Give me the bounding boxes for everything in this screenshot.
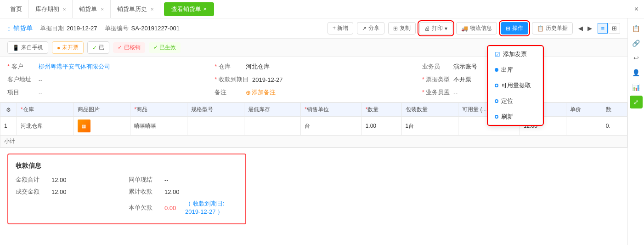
invoice-value: 不开票 xyxy=(453,75,471,84)
history-button[interactable]: 📋 历史单据 xyxy=(532,22,573,34)
tab-inventory-close[interactable]: × xyxy=(63,6,66,12)
available-qty-label: 可用量提取 xyxy=(501,81,531,90)
address-value: -- xyxy=(39,76,43,83)
warehouse-value: 河北仓库 xyxy=(246,63,270,71)
not-opened-button[interactable]: ● 未开票 xyxy=(52,41,84,54)
footer-left: 金额合计 12.00 成交金额 12.00 xyxy=(16,176,125,216)
th-package-qty: 包装数量 xyxy=(401,103,458,117)
logistics-button[interactable]: 🚚 物流信息 xyxy=(456,22,497,34)
from-phone-button[interactable]: 📱 来自手机 xyxy=(7,41,48,54)
th-product: *商品 xyxy=(130,103,187,117)
sidebar-icon-chart[interactable]: 📊 xyxy=(630,81,643,94)
dropdown-add-invoice[interactable]: ☑ 添加发票 xyxy=(488,46,542,62)
customer-label: 客户 xyxy=(7,63,35,71)
this-due-row: 本单欠款 0.00 （ 收款到期日: 2019-12-27 ） xyxy=(129,199,238,216)
check-button[interactable]: ✓ 已 xyxy=(87,41,109,54)
same-order-label: 同单现结 xyxy=(129,176,161,184)
dropdown-refresh[interactable]: 刷新 xyxy=(488,109,542,125)
doc-date-label: 单据日期 xyxy=(40,24,64,33)
note-label: 备注 xyxy=(215,88,242,97)
locate-label: 定位 xyxy=(501,97,513,105)
add-note-button[interactable]: ⊕ 添加备注 xyxy=(246,88,276,97)
window-close-button[interactable]: × xyxy=(634,5,638,13)
operate-dropdown: ☑ 添加发票 出库 可用量提取 定位 刷新 xyxy=(488,46,543,125)
subtotal-row: 小计 xyxy=(0,136,627,148)
add-invoice-label: 添加发票 xyxy=(503,50,527,58)
refresh-icon xyxy=(495,115,498,119)
tab-sales[interactable]: 销货单 × xyxy=(73,0,110,18)
same-order-value: -- xyxy=(164,177,169,183)
tab-sales-close[interactable]: × xyxy=(101,6,103,12)
th-quantity: *数量 xyxy=(362,103,401,117)
footer-info: 收款信息 金额合计 12.00 成交金额 12.00 xyxy=(7,154,246,224)
tab-inventory[interactable]: 库存期初 × xyxy=(29,0,73,18)
nav-next[interactable]: ▶ xyxy=(586,24,594,33)
print-button[interactable]: 🖨 打印 ▾ xyxy=(419,22,452,34)
footer-title: 收款信息 xyxy=(16,162,238,170)
project-label: 项目 xyxy=(7,88,35,97)
td-min-stock xyxy=(244,117,301,136)
voided-icon: ✓ xyxy=(118,44,122,51)
out-stock-label: 出库 xyxy=(501,66,513,74)
th-price: 单价 xyxy=(566,103,602,117)
new-button[interactable]: + 新增 xyxy=(328,22,353,34)
due-date-label: 收款到期日 xyxy=(215,75,249,84)
nav-prev[interactable]: ◀ xyxy=(576,24,585,33)
copy-button-label: 复制 xyxy=(400,24,411,32)
sidebar-icon-document[interactable]: 📋 xyxy=(630,22,643,35)
sidebar-icon-user[interactable]: 👤 xyxy=(630,66,643,79)
footer-grid: 金额合计 12.00 成交金额 12.00 同单现结 -- xyxy=(16,176,238,216)
tab-view-sales-close[interactable]: × xyxy=(203,6,207,12)
subtotal-label: 小计 xyxy=(0,136,627,148)
staff-value: 演示账号 xyxy=(453,63,477,71)
tab-bar: 首页 库存期初 × 销货单 × 销货单历史 × 查看销货单 × × xyxy=(0,0,644,18)
th-settings[interactable]: ⚙ xyxy=(0,103,17,117)
due-date-value: 2019-12-27 xyxy=(252,76,283,83)
effective-icon: ✓ xyxy=(153,44,158,51)
deal-amount-label: 成交金额 xyxy=(16,188,48,196)
customer-value[interactable]: 柳州粤港平安气体有限公司 xyxy=(39,63,110,71)
sidebar-icon-expand[interactable]: ⤢ xyxy=(630,96,643,108)
dropdown-available-qty[interactable]: 可用量提取 xyxy=(488,78,542,93)
this-due-note xyxy=(180,205,181,211)
staff2-label: 业务员孟 xyxy=(422,88,450,97)
td-unit: 台 xyxy=(301,117,362,136)
not-opened-icon: ● xyxy=(57,45,60,51)
deal-amount-value: 12.00 xyxy=(51,188,67,195)
share-button[interactable]: ↗ 分享 xyxy=(357,22,384,34)
doc-title: ↕ 销货单 xyxy=(7,24,33,33)
doc-number-label: 单据编号 xyxy=(105,24,129,33)
print-icon: 🖨 xyxy=(424,25,430,32)
tab-sales-history-label: 销货单历史 xyxy=(117,5,147,13)
tab-sales-label: 销货单 xyxy=(79,5,97,13)
view-btn-list[interactable]: ≡ xyxy=(598,23,608,34)
due-date-value: 2019-12-27 xyxy=(185,208,216,215)
dropdown-out-stock[interactable]: 出库 xyxy=(488,62,542,78)
tab-sales-history-close[interactable]: × xyxy=(151,6,153,12)
tab-home[interactable]: 首页 xyxy=(4,0,29,18)
project-row: 项目 -- xyxy=(7,88,205,97)
dropdown-locate[interactable]: 定位 xyxy=(488,93,542,109)
print-dropdown-icon: ▾ xyxy=(445,25,447,32)
tab-home-label: 首页 xyxy=(10,5,22,13)
add-invoice-icon: ☑ xyxy=(495,51,500,58)
copy-button[interactable]: ⊞ 复制 xyxy=(388,22,416,34)
warehouse-label: 仓库 xyxy=(215,63,242,71)
view-btn-grid[interactable]: ⊞ xyxy=(609,23,620,34)
operate-button[interactable]: ⊞ 操作 xyxy=(501,22,528,34)
copy-icon: ⊞ xyxy=(393,25,398,32)
td-quantity: 1.00 xyxy=(362,117,401,136)
amount-row: 金额合计 12.00 xyxy=(16,176,125,184)
staff-label: 业务员 xyxy=(422,63,450,71)
doc-meta: 单据日期 2019-12-27 单据编号 SA-20191227-001 xyxy=(40,24,320,33)
check-icon: ✓ xyxy=(92,45,97,51)
this-due-value: 0.00 xyxy=(164,205,176,211)
sidebar-icon-return[interactable]: ↩ xyxy=(630,51,643,64)
refresh-label: 刷新 xyxy=(501,113,513,121)
sidebar-icon-link[interactable]: 🔗 xyxy=(630,37,643,50)
phone-icon: 📱 xyxy=(12,45,19,51)
amount-label: 金额合计 xyxy=(16,176,48,184)
footer-right: 同单现结 -- 累计收款 12.00 本单欠款 0.00 （ 收款到期日: 20… xyxy=(129,176,238,216)
tab-sales-history[interactable]: 销货单历史 × xyxy=(111,0,160,18)
tab-view-sales[interactable]: 查看销货单 × xyxy=(164,2,214,16)
